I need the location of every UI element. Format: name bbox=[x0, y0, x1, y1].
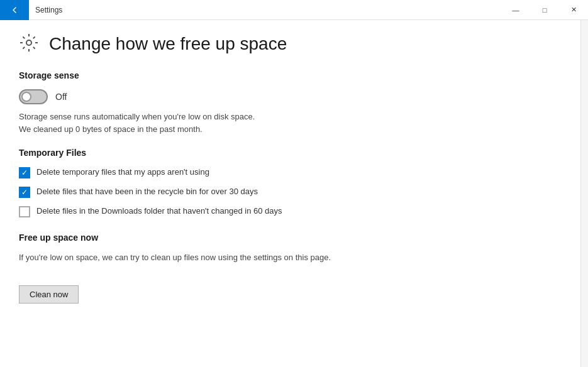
free-space-title: Free up space now bbox=[19, 233, 569, 243]
close-button[interactable]: ✕ bbox=[559, 0, 588, 20]
checkbox-1[interactable]: ✓ bbox=[19, 167, 30, 178]
gear-icon bbox=[19, 33, 39, 55]
free-space-description: If you're low on space, we can try to cl… bbox=[19, 251, 569, 264]
storage-sense-section: Storage sense Off Storage sense runs aut… bbox=[19, 70, 569, 135]
close-icon: ✕ bbox=[571, 6, 577, 14]
checkbox-row-2: ✓ Delete files that have been in the rec… bbox=[19, 186, 569, 198]
checkbox-row-1: ✓ Delete temporary files that my apps ar… bbox=[19, 167, 569, 178]
scrollbar-track[interactable] bbox=[580, 20, 588, 367]
temporary-files-section: Temporary Files ✓ Delete temporary files… bbox=[19, 148, 569, 217]
temporary-files-title: Temporary Files bbox=[19, 148, 569, 158]
storage-sense-toggle[interactable] bbox=[19, 89, 48, 104]
checkbox-row-3: Delete files in the Downloads folder tha… bbox=[19, 205, 569, 217]
maximize-button[interactable]: □ bbox=[530, 0, 559, 20]
checkbox-3[interactable] bbox=[19, 206, 30, 217]
main-content: Change how we free up space Storage sens… bbox=[0, 20, 588, 367]
toggle-label: Off bbox=[55, 92, 67, 102]
page-header: Change how we free up space bbox=[19, 33, 569, 55]
minimize-button[interactable]: — bbox=[501, 0, 530, 20]
storage-sense-title: Storage sense bbox=[19, 70, 569, 80]
checkbox-label-3: Delete files in the Downloads folder tha… bbox=[36, 205, 282, 217]
maximize-icon: □ bbox=[543, 6, 547, 14]
checkmark-1: ✓ bbox=[21, 169, 28, 177]
toggle-row: Off bbox=[19, 89, 569, 104]
checkmark-2: ✓ bbox=[21, 189, 28, 196]
minimize-icon: — bbox=[513, 6, 519, 14]
svg-point-0 bbox=[26, 40, 31, 45]
checkbox-label-1: Delete temporary files that my apps aren… bbox=[36, 167, 209, 178]
storage-sense-description: Storage sense runs automatically when yo… bbox=[19, 111, 569, 135]
checkbox-label-2: Delete files that have been in the recyc… bbox=[36, 186, 258, 197]
app-title: Settings bbox=[29, 6, 501, 14]
checkbox-2[interactable]: ✓ bbox=[19, 187, 30, 198]
back-button[interactable] bbox=[0, 0, 29, 20]
page-title: Change how we free up space bbox=[49, 34, 287, 54]
title-bar: Settings — □ ✕ bbox=[0, 0, 588, 20]
free-space-section: Free up space now If you're low on space… bbox=[19, 233, 569, 304]
clean-now-button[interactable]: Clean now bbox=[19, 285, 79, 304]
